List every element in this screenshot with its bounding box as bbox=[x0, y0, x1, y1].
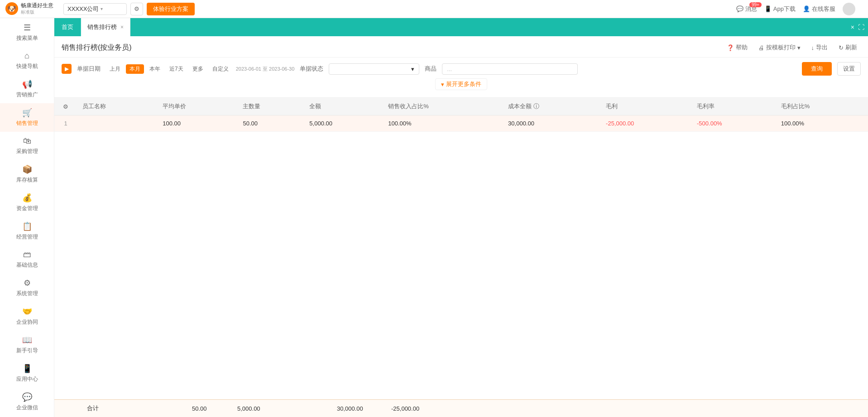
message-icon: 💬 bbox=[736, 5, 743, 12]
footer-spacer bbox=[286, 405, 331, 412]
sidebar-item-system[interactable]: ⚙ 系统管理 bbox=[0, 273, 54, 302]
date-tab-last-month[interactable]: 上月 bbox=[106, 64, 124, 74]
table-footer: 合计 50.00 5,000.00 30,000.00 -25,000.00 bbox=[54, 399, 868, 417]
tab-home[interactable]: 首页 bbox=[54, 18, 81, 36]
main-content: 首页 销售排行榜 × × ⛶ 销售排行榜(按业务员) ❓ 帮助 🖨 按模 bbox=[54, 18, 868, 417]
filter-row: ▶ 单据日期 上月 本月 本年 近7天 更多 自定义 2023-06-01 至 … bbox=[62, 62, 861, 76]
sales-icon: 🛒 bbox=[22, 108, 32, 118]
footer-gross: -25,000.00 bbox=[386, 405, 425, 412]
logo-line1: 畅康通好生意 bbox=[21, 2, 53, 9]
collab-icon: 🤝 bbox=[22, 307, 32, 316]
sidebar-label-marketing: 营销推广 bbox=[16, 91, 38, 99]
company-selector[interactable]: XXXXX公司 ▾ bbox=[63, 3, 127, 15]
date-tab-7days[interactable]: 近7天 bbox=[166, 64, 187, 74]
sidebar-item-purchase[interactable]: 🛍 采购管理 bbox=[0, 132, 54, 160]
tab-home-label: 首页 bbox=[62, 23, 73, 31]
logo-icon: 🐶 bbox=[5, 2, 18, 15]
footer-cost: 30,000.00 bbox=[331, 405, 386, 412]
th-cost: 成本全额 ⓘ bbox=[503, 98, 600, 115]
print-button[interactable]: 🖨 按模板打印 ▾ bbox=[755, 42, 804, 53]
online-service-label: 在线客服 bbox=[812, 5, 835, 13]
company-name: XXXXX公司 bbox=[67, 5, 99, 13]
settings-icon-btn[interactable]: ⚙ bbox=[130, 3, 143, 15]
online-service-button[interactable]: 👤 在线客服 bbox=[803, 5, 835, 13]
sidebar-label-wechat: 企业微信 bbox=[16, 404, 38, 412]
th-settings[interactable]: ⚙ bbox=[54, 98, 77, 115]
logo-line2: 标准版 bbox=[21, 9, 53, 15]
td-gross-rate: -500.00% bbox=[691, 115, 776, 132]
date-tab-this-year[interactable]: 本年 bbox=[146, 64, 164, 74]
basics-icon: 🗃 bbox=[23, 250, 31, 259]
inventory-icon: 📦 bbox=[22, 164, 32, 174]
print-label: 按模板打印 bbox=[766, 43, 796, 52]
th-gross: 毛利 bbox=[600, 98, 691, 115]
message-badge: 99+ bbox=[749, 2, 762, 7]
export-icon: ↓ bbox=[811, 44, 815, 51]
message-button[interactable]: 💬 消息 99+ bbox=[736, 5, 757, 13]
date-tab-this-month[interactable]: 本月 bbox=[126, 64, 144, 74]
td-amount: 5,000.00 bbox=[304, 115, 383, 132]
filter-area: ▶ 单据日期 上月 本月 本年 近7天 更多 自定义 2023-06-01 至 … bbox=[54, 58, 868, 98]
sidebar-label-guide: 新手引导 bbox=[16, 347, 38, 355]
td-avg-price: 100.00 bbox=[157, 115, 237, 132]
help-button[interactable]: ❓ 帮助 bbox=[723, 42, 751, 53]
sidebar-item-operations[interactable]: 📋 经营管理 bbox=[0, 217, 54, 245]
export-label: 导出 bbox=[816, 43, 828, 52]
window-max-icon[interactable]: ⛶ bbox=[858, 24, 864, 31]
td-employee bbox=[77, 115, 157, 132]
system-icon: ⚙ bbox=[24, 278, 31, 288]
sidebar-label-search: 搜索菜单 bbox=[16, 34, 38, 42]
print-chevron-icon: ▾ bbox=[797, 44, 801, 51]
sidebar-item-nav[interactable]: ⌂ 快捷导航 bbox=[0, 47, 54, 75]
app-download-button[interactable]: 📱 App下载 bbox=[764, 5, 796, 13]
date-filter-label: 单据日期 bbox=[77, 65, 101, 73]
operations-icon: 📋 bbox=[22, 221, 32, 231]
sidebar-item-inventory[interactable]: 📦 库存核算 bbox=[0, 160, 54, 188]
tab-sales-ranking[interactable]: 销售排行榜 × bbox=[81, 18, 130, 36]
th-gross-pct: 毛利占比% bbox=[776, 98, 868, 115]
goods-placeholder: ... bbox=[447, 66, 452, 72]
goods-filter-label: 商品 bbox=[425, 65, 436, 73]
service-icon: 👤 bbox=[803, 5, 810, 12]
refresh-label: 刷新 bbox=[845, 43, 857, 52]
th-revenue-pct: 销售收入占比% bbox=[383, 98, 503, 115]
expand-filter-button[interactable]: ▶ bbox=[62, 64, 72, 74]
td-cost: 30,000.00 bbox=[503, 115, 600, 132]
status-select[interactable]: ▾ bbox=[329, 63, 419, 75]
sidebar-item-search[interactable]: ☰ 搜索菜单 bbox=[0, 18, 54, 47]
sidebar-item-basics[interactable]: 🗃 基础信息 bbox=[0, 245, 54, 273]
th-qty: 主数量 bbox=[237, 98, 304, 115]
export-button[interactable]: ↓ 导出 bbox=[808, 42, 832, 53]
footer-cols: 50.00 5,000.00 30,000.00 -25,000.00 bbox=[187, 405, 863, 412]
table-header: ⚙ 员工名称 平均单价 主数量 全额 bbox=[54, 98, 868, 115]
date-tab-more[interactable]: 更多 bbox=[189, 64, 207, 74]
sidebar-item-apps[interactable]: 📱 应用中心 bbox=[0, 359, 54, 388]
footer-label: 合计 bbox=[60, 404, 187, 412]
date-tab-custom[interactable]: 自定义 bbox=[209, 64, 232, 74]
refresh-button[interactable]: ↻ 刷新 bbox=[835, 42, 861, 53]
goods-select[interactable]: ... bbox=[442, 63, 578, 75]
sidebar-label-system: 系统管理 bbox=[16, 290, 38, 297]
sidebar-item-sales[interactable]: 🛒 销售管理 bbox=[0, 103, 54, 132]
page-header: 销售排行榜(按业务员) ❓ 帮助 🖨 按模板打印 ▾ ↓ 导出 ↻ 刷新 bbox=[54, 36, 868, 58]
settings-filter-button[interactable]: 设置 bbox=[837, 62, 861, 76]
query-button[interactable]: 查询 bbox=[802, 62, 832, 76]
date-tabs: 上月 本月 本年 近7天 更多 自定义 2023-06-01 至 2023-06… bbox=[106, 64, 294, 74]
tab-close-icon[interactable]: × bbox=[120, 24, 124, 30]
avatar[interactable] bbox=[843, 3, 855, 15]
sidebar-item-finance[interactable]: 💰 资金管理 bbox=[0, 188, 54, 217]
sidebar-item-guide[interactable]: 📖 新手引导 bbox=[0, 331, 54, 359]
sidebar-label-nav: 快捷导航 bbox=[16, 62, 38, 70]
status-chevron-icon: ▾ bbox=[411, 66, 414, 72]
sidebar-item-collab[interactable]: 🤝 企业协同 bbox=[0, 302, 54, 331]
expand-more-button[interactable]: ▾ 展开更多条件 bbox=[435, 78, 487, 90]
sidebar-item-wechat[interactable]: 💬 企业微信 bbox=[0, 388, 54, 416]
sidebar-label-finance: 资金管理 bbox=[16, 205, 38, 212]
gear-icon: ⚙ bbox=[134, 5, 139, 12]
top-bar: 🐶 畅康通好生意 标准版 XXXXX公司 ▾ ⚙ 体验行业方案 💬 消息 99+… bbox=[0, 0, 868, 18]
window-close-icon[interactable]: × bbox=[851, 24, 854, 31]
expand-more-label: 展开更多条件 bbox=[446, 80, 481, 88]
sidebar-item-marketing[interactable]: 📢 营销推广 bbox=[0, 75, 54, 103]
industry-button[interactable]: 体验行业方案 bbox=[147, 3, 195, 15]
app-download-label: App下载 bbox=[773, 5, 796, 13]
